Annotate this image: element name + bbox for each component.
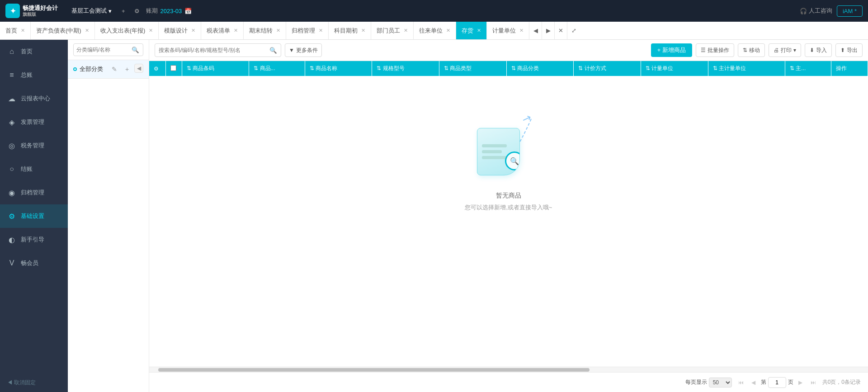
- sidebar-item-ledger[interactable]: ≡ 总账: [0, 63, 68, 87]
- page-size-select[interactable]: 50 100 200: [709, 378, 732, 387]
- select-all-checkbox[interactable]: [170, 65, 176, 71]
- category-search-input[interactable]: [74, 47, 128, 53]
- tab-income-close[interactable]: ✕: [149, 28, 153, 33]
- tab-customer-close[interactable]: ✕: [446, 28, 450, 33]
- print-button[interactable]: 🖨 打印 ▾: [769, 43, 801, 57]
- tab-period-end[interactable]: 期末结转 ✕: [244, 22, 286, 40]
- scroll-bar-thumb[interactable]: [158, 368, 590, 372]
- support-button[interactable]: 🎧 人工咨询: [800, 7, 832, 15]
- tab-home[interactable]: 首页 ✕: [0, 22, 31, 40]
- doc-illustration: 🔍: [477, 128, 520, 175]
- sidebar-item-basic-label: 基础设置: [21, 212, 44, 220]
- filter-icon: ▼: [289, 47, 294, 53]
- panel-collapse-button[interactable]: ◀: [134, 64, 143, 73]
- sidebar-item-basic[interactable]: ⚙ 基础设置: [0, 204, 68, 228]
- tab-unit[interactable]: 计量单位 ✕: [487, 22, 529, 40]
- tab-archive-close[interactable]: ✕: [319, 28, 323, 33]
- batch-operation-button[interactable]: ☰ 批量操作: [696, 43, 734, 57]
- col-spec[interactable]: ⇅ 规格型号: [372, 61, 439, 76]
- sidebar-item-close[interactable]: ○ 结账: [0, 157, 68, 181]
- col-check[interactable]: [165, 61, 182, 76]
- import-button[interactable]: ⬇ 导入: [805, 43, 832, 57]
- col-unit[interactable]: ⇅ 计量单位: [641, 61, 708, 76]
- add-tab-button[interactable]: +: [119, 6, 128, 16]
- col-type[interactable]: ⇅ 商品类型: [439, 61, 506, 76]
- tab-prev-button[interactable]: ◀: [529, 22, 542, 40]
- account-button[interactable]: iAM *: [837, 5, 863, 17]
- settings-icon: ⚙: [7, 212, 16, 221]
- app-logo: ✦ 畅捷通好会计 旗舰版: [5, 4, 64, 18]
- tab-home-close[interactable]: ✕: [21, 28, 25, 33]
- add-product-button[interactable]: + 新增商品: [651, 43, 692, 57]
- last-page-button[interactable]: ⏭: [808, 377, 819, 388]
- tab-dept[interactable]: 部门员工 ✕: [371, 22, 414, 40]
- cloud-icon: ☁: [7, 94, 16, 103]
- tab-tax[interactable]: 税表清单 ✕: [201, 22, 244, 40]
- col-code[interactable]: ⇅ 商品...: [249, 61, 305, 76]
- first-page-button[interactable]: ⏮: [736, 377, 746, 388]
- tab-tax-close[interactable]: ✕: [234, 28, 238, 33]
- next-page-button[interactable]: ▶: [795, 377, 806, 388]
- app-logo-text: 畅捷通好会计 旗舰版: [23, 5, 58, 17]
- product-search-button[interactable]: 🔍: [266, 47, 281, 54]
- tab-unit-close[interactable]: ✕: [519, 28, 524, 33]
- product-search-wrap: 🔍: [155, 43, 281, 57]
- tab-archive[interactable]: 归档管理 ✕: [286, 22, 329, 40]
- category-all-item[interactable]: 全部分类 ✎ + ◀: [68, 60, 149, 79]
- prev-page-button[interactable]: ◀: [748, 377, 759, 388]
- tab-template-close[interactable]: ✕: [191, 28, 195, 33]
- company-selector[interactable]: 基层工会测试 ▾: [68, 5, 115, 17]
- col-category[interactable]: ⇅ 商品分类: [506, 61, 574, 76]
- tab-inventory-close[interactable]: ✕: [477, 28, 481, 33]
- top-bar-right: 🎧 人工咨询 iAM *: [800, 5, 863, 17]
- tab-close-all-button[interactable]: ✕: [555, 22, 567, 40]
- move-button[interactable]: ⇅ 移动: [738, 43, 765, 57]
- sidebar-item-ledger-label: 总账: [21, 71, 33, 79]
- tab-balance[interactable]: 资产负债表(中期) ✕: [31, 22, 95, 40]
- tab-period-end-close[interactable]: ✕: [276, 28, 280, 33]
- export-button[interactable]: ⬆ 导出: [835, 43, 863, 57]
- sidebar-unpin-button[interactable]: ◀ 取消固定: [0, 373, 68, 392]
- tab-subject-close[interactable]: ✕: [361, 28, 365, 33]
- sidebar-item-guide[interactable]: ◐ 新手引导: [0, 228, 68, 251]
- category-add-button[interactable]: +: [122, 64, 132, 75]
- tab-template[interactable]: 模版设计 ✕: [159, 22, 201, 40]
- sidebar-item-invoice[interactable]: ◈ 发票管理: [0, 110, 68, 134]
- category-search-button[interactable]: 🔍: [128, 47, 143, 53]
- tab-maximize-button[interactable]: ⤢: [567, 22, 580, 40]
- filter-more-button[interactable]: ▼ 更多条件: [285, 43, 322, 57]
- sidebar-item-archive[interactable]: ◉ 归档管理: [0, 181, 68, 204]
- horizontal-scrollbar[interactable]: [149, 367, 868, 372]
- col-price-mode[interactable]: ⇅ 计价方式: [574, 61, 641, 76]
- col-extra[interactable]: ⇅ 主...: [785, 61, 831, 76]
- sidebar-item-tax[interactable]: ◎ 税务管理: [0, 134, 68, 157]
- archive-icon: ◉: [7, 189, 16, 197]
- sidebar: ⌂ 首页 ≡ 总账 ☁ 云报表中心 ◈ 发票管理 ◎ 税务管理 ○ 结账 ◉ 归…: [0, 40, 68, 392]
- tab-subject-label: 科目期初: [334, 27, 358, 35]
- calendar-icon[interactable]: 📅: [184, 8, 192, 14]
- empty-main-text: 暂无商品: [496, 192, 521, 200]
- tab-inventory-label: 存货: [462, 27, 473, 35]
- tab-customer[interactable]: 往来单位 ✕: [414, 22, 456, 40]
- tab-subject[interactable]: 科目期初 ✕: [329, 22, 371, 40]
- category-edit-button[interactable]: ✎: [109, 64, 120, 75]
- settings-button[interactable]: ⚙: [132, 6, 142, 16]
- tab-inventory[interactable]: 存货 ✕: [456, 22, 487, 40]
- sidebar-item-home[interactable]: ⌂ 首页: [0, 40, 68, 63]
- member-icon: V: [7, 259, 16, 267]
- sidebar-item-report[interactable]: ☁ 云报表中心: [0, 87, 68, 110]
- col-settings[interactable]: ⚙: [149, 61, 165, 76]
- category-dot-icon: [73, 67, 77, 71]
- tab-archive-label: 归档管理: [292, 27, 315, 35]
- col-name[interactable]: ⇅ 商品名称: [305, 61, 372, 76]
- product-search-input[interactable]: [155, 47, 266, 53]
- col-barcode[interactable]: ⇅ 商品条码: [182, 61, 249, 76]
- page-input[interactable]: [768, 377, 786, 388]
- left-panel: 🔍 全部分类 ✎ + ◀: [68, 40, 149, 392]
- tab-balance-close[interactable]: ✕: [85, 28, 89, 33]
- tab-next-button[interactable]: ▶: [542, 22, 555, 40]
- col-main-unit[interactable]: ⇅ 主计量单位: [708, 61, 785, 76]
- sidebar-item-member[interactable]: V 畅会员: [0, 251, 68, 275]
- tab-dept-close[interactable]: ✕: [404, 28, 408, 33]
- tab-income[interactable]: 收入支出表(年报) ✕: [95, 22, 159, 40]
